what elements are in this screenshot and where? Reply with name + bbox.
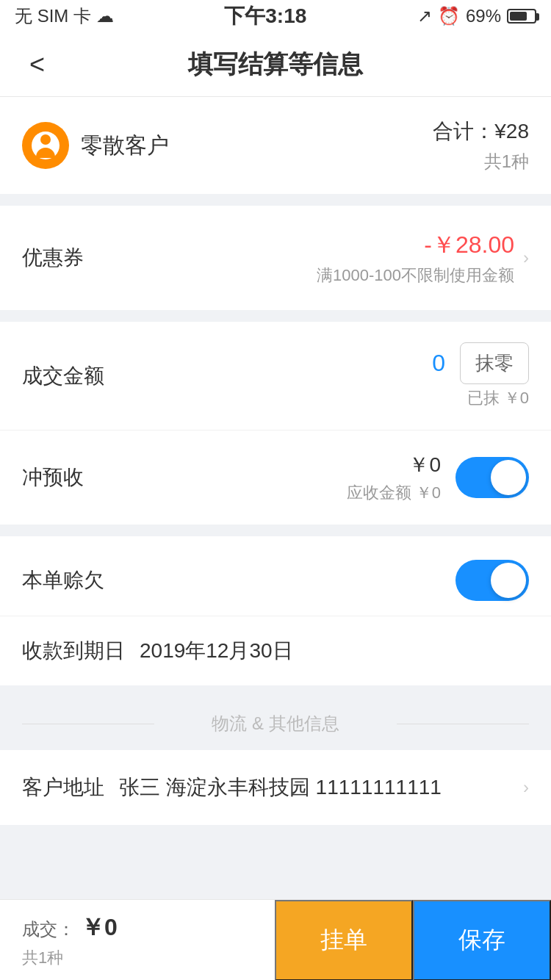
main-content: 零散客户 合计：¥28 共1种 优惠券 -￥28.00 满1000-100不限制… [0, 97, 551, 925]
battery-icon [507, 9, 536, 24]
location-icon: ↗ [417, 6, 432, 26]
total-amount: 合计：¥28 [433, 118, 529, 145]
debt-label: 本单赊欠 [22, 566, 104, 594]
back-button[interactable]: < [22, 42, 52, 87]
avatar-icon [32, 131, 60, 159]
prereceive-amount: ￥0 [347, 451, 441, 479]
debt-section: 本单赊欠 收款到期日 2019年12月30日 [0, 536, 551, 685]
coupon-row[interactable]: 优惠券 -￥28.00 满1000-100不限制使用金额 › [0, 206, 551, 310]
coupon-right: -￥28.00 满1000-100不限制使用金额 › [317, 229, 529, 287]
battery-label: 69% [466, 6, 501, 26]
toggle-knob [491, 460, 526, 495]
bottom-deal-amount: ￥0 [81, 912, 118, 944]
prereceive-right: ￥0 应收金额 ￥0 [347, 451, 529, 504]
debt-toggle[interactable] [455, 560, 529, 601]
logistics-label: 物流 & 其他信息 [0, 697, 551, 750]
chevron-right-icon: › [523, 248, 529, 268]
coupon-label: 优惠券 [22, 244, 84, 272]
due-date-row[interactable]: 收款到期日 2019年12月30日 [0, 616, 551, 685]
customer-left: 零散客户 [22, 122, 169, 169]
prereceive-values: ￥0 应收金额 ￥0 [347, 451, 441, 504]
debt-row: 本单赊欠 [0, 536, 551, 616]
coupon-card: 优惠券 -￥28.00 满1000-100不限制使用金额 › [0, 206, 551, 310]
address-row[interactable]: 客户地址 张三 海淀永丰科技园 11111111111 › [0, 750, 551, 825]
no-sim-label: 无 SIM 卡 ☁ [15, 4, 114, 28]
nav-bar: < 填写结算等信息 [0, 32, 551, 97]
coupon-hint: 满1000-100不限制使用金额 [317, 264, 514, 287]
round-zero-button[interactable]: 抹零 [460, 342, 529, 384]
already-rounded-text: 已抹 ￥0 [416, 387, 529, 409]
logistics-divider: 物流 & 其他信息 [0, 697, 551, 750]
status-time: 下午3:18 [224, 2, 306, 30]
status-bar: 无 SIM 卡 ☁ 下午3:18 ↗ ⏰ 69% [0, 0, 551, 32]
deal-amount-row: 成交金额 0 抹零 已抹 ￥0 [0, 322, 551, 430]
address-left: 客户地址 张三 海淀永丰科技园 11111111111 [22, 774, 442, 801]
customer-card: 零散客户 合计：¥28 共1种 [0, 97, 551, 194]
bottom-deal-label: 成交： [22, 918, 75, 941]
debt-toggle-knob [491, 563, 526, 598]
customer-summary: 合计：¥28 共1种 [433, 118, 529, 173]
prereceive-label: 冲预收 [22, 464, 84, 491]
address-label: 客户地址 [22, 774, 104, 801]
bottom-bar: 成交： ￥0 共1种 挂单 保存 [0, 899, 551, 980]
amount-right: 0 抹零 [416, 342, 529, 384]
save-button[interactable]: 保存 [413, 900, 551, 981]
customer-name: 零散客户 [81, 131, 169, 161]
address-value: 张三 海淀永丰科技园 11111111111 [119, 774, 442, 801]
due-date-value: 2019年12月30日 [140, 637, 293, 665]
prereceive-hint: 应收金额 ￥0 [347, 482, 441, 504]
address-section: 客户地址 张三 海淀永丰科技园 11111111111 › [0, 750, 551, 825]
due-date-label: 收款到期日 [22, 637, 125, 665]
bottom-deal-count: 共1种 [22, 947, 253, 969]
coupon-discount: -￥28.00 [317, 229, 514, 262]
pending-button[interactable]: 挂单 [275, 900, 413, 981]
amount-section: 成交金额 0 抹零 已抹 ￥0 冲预收 ￥0 应收金额 ￥0 [0, 322, 551, 525]
page-title: 填写结算等信息 [188, 48, 363, 82]
bottom-summary: 成交： ￥0 共1种 [0, 912, 275, 969]
deal-amount-value[interactable]: 0 [416, 350, 445, 377]
status-left: 无 SIM 卡 ☁ [15, 4, 114, 28]
total-count: 共1种 [433, 150, 529, 173]
status-right: ↗ ⏰ 69% [417, 6, 536, 26]
address-chevron-icon: › [523, 777, 529, 798]
alarm-icon: ⏰ [438, 6, 460, 26]
deal-amount-label: 成交金额 [22, 362, 104, 390]
avatar [22, 122, 69, 169]
prereceive-toggle[interactable] [455, 457, 529, 498]
prereceive-row: 冲预收 ￥0 应收金额 ￥0 [0, 430, 551, 525]
